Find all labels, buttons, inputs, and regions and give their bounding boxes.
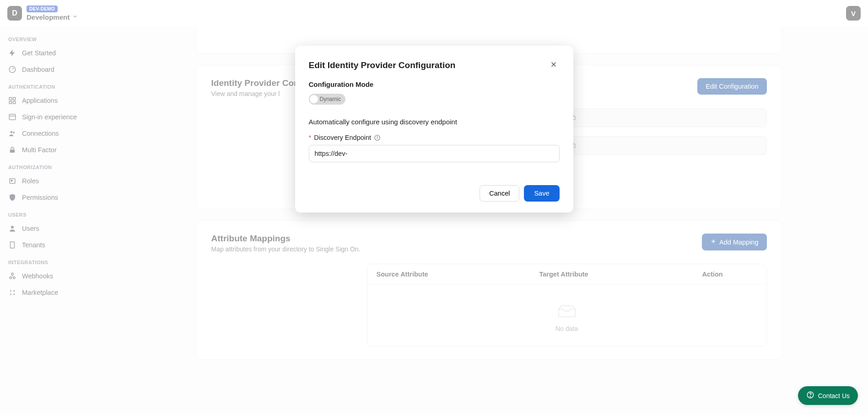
config-mode-label: Configuration Mode <box>309 80 560 88</box>
discovery-endpoint-input[interactable] <box>309 145 560 162</box>
svg-point-37 <box>810 396 810 397</box>
help-icon <box>806 391 814 400</box>
save-button[interactable]: Save <box>524 185 559 202</box>
edit-idp-modal: Edit Identity Provider Configuration Con… <box>295 46 573 213</box>
discovery-description: Automatically configure using discovery … <box>309 118 560 126</box>
cancel-button[interactable]: Cancel <box>480 185 519 202</box>
endpoint-label: Discovery Endpoint <box>314 134 371 141</box>
toggle-label: Dynamic <box>318 96 345 102</box>
required-asterisk: * <box>309 134 312 141</box>
modal-overlay[interactable]: Edit Identity Provider Configuration Con… <box>0 0 868 415</box>
modal-title: Edit Identity Provider Configuration <box>309 60 456 70</box>
close-icon[interactable] <box>548 59 560 72</box>
info-icon[interactable] <box>374 134 381 141</box>
toggle-knob <box>310 95 318 103</box>
contact-us-button[interactable]: Contact Us <box>798 386 858 405</box>
config-mode-toggle[interactable]: Dynamic <box>309 94 346 105</box>
svg-point-35 <box>377 136 377 137</box>
